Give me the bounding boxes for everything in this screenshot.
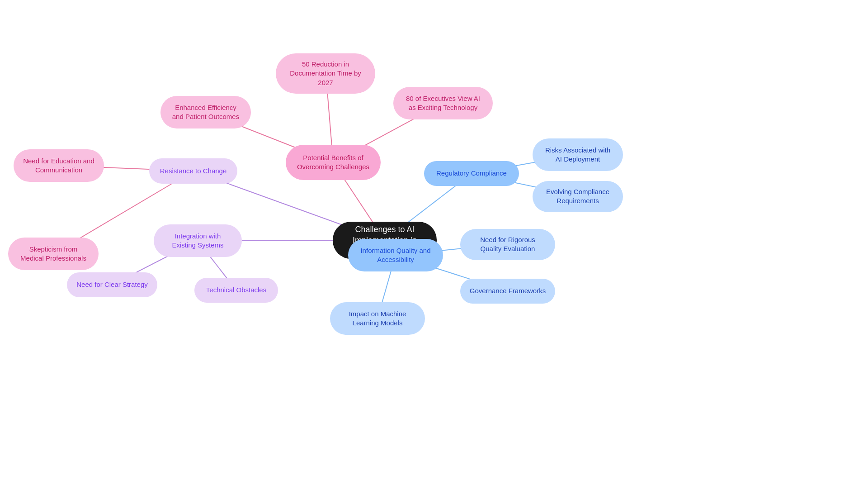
node-potential_benefits: Potential Benefits of Overcoming Challen… — [286, 145, 381, 180]
node-resistance: Resistance to Change — [149, 158, 237, 184]
node-risks: Risks Associated with AI Deployment — [533, 138, 623, 171]
node-regulatory: Regulatory Compliance — [424, 161, 519, 186]
node-info_quality: Information Quality and Accessibility — [348, 239, 443, 271]
node-skepticism: Skepticism from Medical Professionals — [8, 238, 99, 270]
node-need_education: Need for Education and Communication — [14, 149, 104, 182]
node-enhanced_efficiency: Enhanced Efficiency and Patient Outcomes — [160, 96, 251, 128]
node-executives: 80 of Executives View AI as Exciting Tec… — [393, 87, 493, 119]
node-reduction: 50 Reduction in Documentation Time by 20… — [276, 53, 375, 94]
node-evolving_compliance: Evolving Compliance Requirements — [533, 181, 623, 212]
node-technical_obstacles: Technical Obstacles — [194, 278, 278, 303]
node-clear_strategy: Need for Clear Strategy — [67, 272, 157, 297]
node-ml_models: Impact on Machine Learning Models — [330, 302, 425, 335]
node-integration: Integration with Existing Systems — [154, 224, 242, 257]
node-quality_eval: Need for Rigorous Quality Evaluation — [460, 229, 555, 260]
mindmap-container: Challenges to AI Implementation in Healt… — [0, 0, 868, 490]
node-governance: Governance Frameworks — [460, 279, 555, 304]
